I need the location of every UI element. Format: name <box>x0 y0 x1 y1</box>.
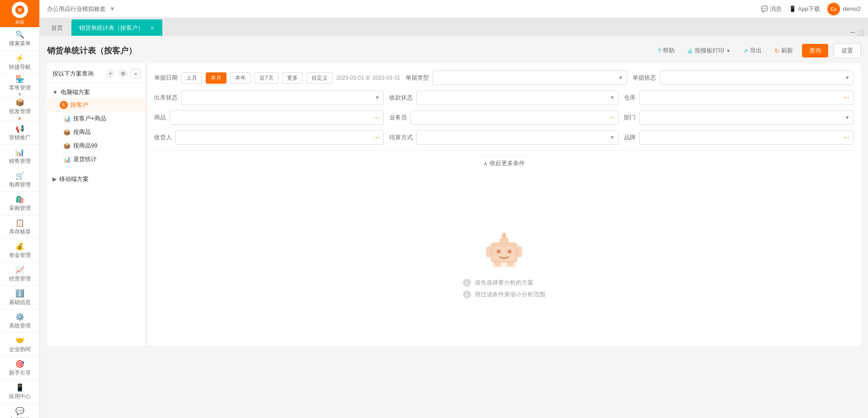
date-this-month-btn[interactable]: 本月 <box>206 72 226 84</box>
date-range-display: 2023-03-01 至 2023-03-31 <box>336 74 400 82</box>
scheme-by-goods-99[interactable]: 📦 按商品99 <box>47 139 146 152</box>
brand-dots: ··· <box>844 133 849 142</box>
brand-cell: 品牌 ··· <box>624 130 854 145</box>
return-stats-icon: 📊 <box>63 156 71 163</box>
sidebar-item-quick-nav[interactable]: ⚡ 快捷导航 <box>0 51 39 74</box>
date-custom-btn[interactable]: 自定义 <box>307 72 333 84</box>
sidebar-item-retail[interactable]: 🏪 零售管理 ▼ <box>0 74 39 98</box>
sidebar-item-label: 经营管理 <box>9 275 31 283</box>
refresh-button[interactable]: ↻ 刷新 <box>771 45 797 57</box>
template-print-button[interactable]: 🖨 按模板打印 ▼ <box>684 45 734 57</box>
date-last-month-btn[interactable]: 上月 <box>181 72 202 84</box>
sidebar-item-ecommerce[interactable]: 🛒 电商管理 <box>0 168 39 192</box>
logo-area: 标版 <box>0 0 39 27</box>
tab-close-icon[interactable]: ✕ <box>150 25 155 31</box>
sidebar-item-operations[interactable]: 📈 经营管理 <box>0 262 39 286</box>
scheme-customer-goods-label: 按客户+商品 <box>73 114 106 123</box>
sidebar-item-label: 搜索菜单 <box>9 40 31 48</box>
goods-input[interactable]: ··· <box>170 110 384 125</box>
sidebar-item-marketing[interactable]: 📢 营销推广 <box>0 121 39 145</box>
mobile-schemes-header[interactable]: ▶ 移动端方案 <box>47 173 146 185</box>
order-status-label: 单据状态 <box>632 74 656 82</box>
order-type-select[interactable] <box>433 71 627 85</box>
date-last-7-days-btn[interactable]: 近7天 <box>255 72 278 84</box>
sidebar-item-wholesale[interactable]: 📦 批发管理 ▲ <box>0 98 39 121</box>
receipt-status-select[interactable] <box>416 90 619 105</box>
tab-home[interactable]: 首页 <box>43 19 71 36</box>
out-status-select[interactable] <box>181 90 384 105</box>
refresh-icon: ↻ <box>774 48 779 54</box>
scheme-by-customer-label: 按客户 <box>71 101 88 109</box>
window-controls: ─ ⬜ <box>850 28 868 36</box>
receipt-status-cell: 收款状态 ▼ <box>389 90 619 105</box>
export-icon: ↗ <box>743 48 748 54</box>
scheme-settings-button[interactable]: ⚙ <box>118 69 128 79</box>
salesperson-input[interactable]: ··· <box>410 110 619 125</box>
chevron-down-icon: ▼ <box>18 92 22 97</box>
sidebar-item-finance[interactable]: 💰 资金管理 <box>0 239 39 262</box>
sidebar-item-system[interactable]: ⚙️ 系统管理 <box>0 309 39 333</box>
sidebar-item-label: 企业协同 <box>9 346 31 353</box>
tab-sales-stats[interactable]: 销货单统计表（按客户） ✕ <box>71 19 162 36</box>
print-dropdown-icon: ▼ <box>726 48 731 53</box>
sidebar-item-label: 资金管理 <box>9 252 31 259</box>
scheme-collapse-button[interactable]: « <box>131 69 141 79</box>
receipt-status-label: 收款状态 <box>389 94 413 102</box>
out-status-label: 出库状态 <box>154 94 178 102</box>
scheme-add-button[interactable]: + <box>105 69 115 79</box>
scheme-panel-controls: + ⚙ « <box>105 69 141 79</box>
collapse-conditions-button[interactable]: ∧ 收起更多条件 <box>474 156 534 170</box>
sidebar-item-wechat[interactable]: 💬 企业微信 <box>0 404 39 418</box>
window-maximize-button[interactable]: ⬜ <box>857 28 864 36</box>
sidebar-item-search[interactable]: 🔍 搜索菜单 <box>0 27 39 51</box>
sidebar-item-label: 营销推广 <box>9 134 31 142</box>
sidebar-item-guide[interactable]: 🎯 新手引导 <box>0 356 39 380</box>
user-profile-button[interactable]: Ea demo2 <box>827 3 861 15</box>
query-button[interactable]: 查询 <box>802 44 828 57</box>
order-status-select[interactable] <box>660 71 854 85</box>
scheme-by-customer[interactable]: 客 按客户 <box>47 98 146 112</box>
order-status-cell: 单据状态 ▼ <box>632 71 854 85</box>
scheme-panel: 按以下方案查询 + ⚙ « <box>47 63 146 346</box>
scheme-panel-header: 按以下方案查询 + ⚙ « <box>47 69 146 83</box>
svg-point-9 <box>502 233 506 236</box>
sidebar-item-label: 批发管理 <box>9 108 31 115</box>
salesperson-cell: 业务员 ··· <box>389 110 619 125</box>
scheme-by-goods[interactable]: 📦 按商品 <box>47 125 146 139</box>
export-button[interactable]: ↗ 导出 <box>740 45 765 57</box>
collapse-up-icon: ∧ <box>483 160 488 167</box>
chevron-up-icon: ▲ <box>18 115 22 120</box>
step-1-icon: 1 <box>463 279 471 287</box>
help-button[interactable]: ? 帮助 <box>654 45 678 57</box>
sidebar-item-basic[interactable]: ℹ️ 基础信息 <box>0 286 39 309</box>
department-select[interactable] <box>639 110 854 125</box>
brand-input[interactable]: ··· <box>639 130 854 145</box>
app-title: 办公用品行业模拟账套 <box>47 5 106 13</box>
filter-row-4: 收货人 ··· 结算方式 ▼ <box>154 130 854 145</box>
recipient-input[interactable]: ··· <box>175 130 384 145</box>
settings-button[interactable]: 设置 <box>834 43 861 58</box>
operations-icon: 📈 <box>15 266 24 274</box>
wechat-icon: 💬 <box>15 407 24 415</box>
sidebar-item-enterprise[interactable]: 🤝 企业协同 <box>0 333 39 356</box>
gear-icon: ⚙ <box>121 71 126 77</box>
date-more-btn[interactable]: 更多 <box>282 72 303 84</box>
message-button[interactable]: 💬 消息 <box>761 5 782 13</box>
scheme-panel-title: 按以下方案查询 <box>52 70 94 78</box>
app-download-button[interactable]: 📱 App下载 <box>789 5 820 13</box>
warehouse-input[interactable]: ··· <box>639 90 854 105</box>
top-bar: 办公用品行业模拟账套 ▼ 💬 消息 📱 App下载 Ea demo2 <box>40 0 868 18</box>
sidebar-item-inventory[interactable]: 📋 库存核算 <box>0 215 39 239</box>
sidebar-item-apps[interactable]: 📱 应用中心 <box>0 380 39 404</box>
settlement-select[interactable] <box>416 130 619 145</box>
sidebar-item-sales[interactable]: 📊 销售管理 <box>0 145 39 168</box>
window-minimize-button[interactable]: ─ <box>850 28 855 36</box>
scheme-customer-goods[interactable]: 📊 按客户+商品 <box>47 112 146 125</box>
desktop-schemes-header[interactable]: ▼ 电脑端方案 <box>47 86 146 98</box>
date-this-year-btn[interactable]: 本年 <box>230 72 251 84</box>
sidebar-item-purchase[interactable]: 🛍️ 采购管理 <box>0 192 39 215</box>
dropdown-icon[interactable]: ▼ <box>109 5 115 12</box>
basic-icon: ℹ️ <box>15 289 24 298</box>
scheme-return-stats[interactable]: 📊 退货统计 <box>47 152 146 166</box>
svg-point-6 <box>509 251 510 252</box>
